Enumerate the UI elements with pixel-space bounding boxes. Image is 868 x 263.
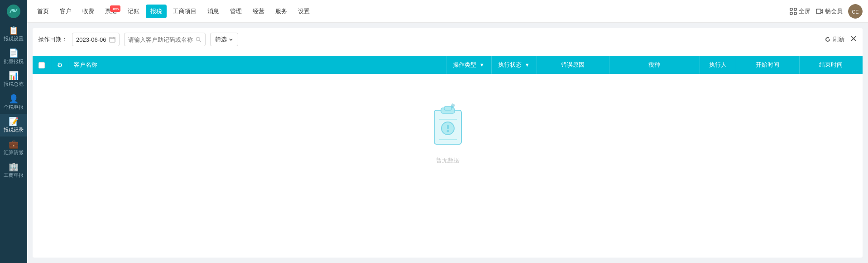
- date-value: 2023-06-06: [76, 36, 106, 43]
- filter-exec-status-icon[interactable]: ▼: [525, 62, 530, 68]
- main-area: 首页客户收费票据new记账报税工商项目消息管理经营服务设置 全屏 畅会员: [27, 0, 868, 263]
- sidebar-label-4: 报税记录: [4, 127, 24, 133]
- nav-item-0[interactable]: 首页: [33, 5, 53, 18]
- sidebar-icon-5: 💼: [9, 140, 19, 148]
- topnav-right: 全屏 畅会员 CE: [790, 4, 863, 19]
- sidebar-item-1[interactable]: 📄 批量报税: [0, 45, 27, 68]
- settings-icon[interactable]: ⚙: [57, 61, 63, 68]
- sidebar-label-3: 个税申报: [4, 104, 24, 110]
- top-navbar: 首页客户收费票据new记账报税工商项目消息管理经营服务设置 全屏 畅会员: [27, 0, 868, 23]
- sidebar-icon-6: 🏢: [9, 163, 19, 171]
- nav-item-8[interactable]: 管理: [225, 5, 246, 18]
- nav-item-9[interactable]: 经营: [248, 5, 269, 18]
- svg-point-13: [196, 37, 200, 41]
- nav-item-2[interactable]: 收费: [78, 5, 99, 18]
- th-tax-type: 税种: [609, 56, 700, 74]
- th-start-time: 开始时间: [736, 56, 799, 74]
- sidebar-icon-3: 👤: [9, 95, 19, 103]
- nav-badge-3: new: [110, 5, 120, 12]
- empty-illustration: [425, 101, 470, 151]
- sidebar-item-5[interactable]: 💼 汇算清缴: [0, 136, 27, 159]
- sidebar-item-4[interactable]: 📝 报税记录: [0, 114, 27, 136]
- svg-line-14: [200, 40, 201, 42]
- sidebar-label-2: 报税总览: [4, 81, 24, 87]
- svg-rect-4: [790, 12, 792, 15]
- sidebar-item-6[interactable]: 🏢 工商年报: [0, 159, 27, 182]
- nav-items: 首页客户收费票据new记账报税工商项目消息管理经营服务设置: [33, 5, 790, 18]
- filter-op-type-icon[interactable]: ▼: [480, 62, 484, 68]
- sidebar: 📋 报税设置 📄 批量报税 📊 报税总览 👤 个税申报 📝 报税记录 💼 汇算清…: [0, 0, 27, 263]
- sidebar-item-3[interactable]: 👤 个税申报: [0, 91, 27, 114]
- member-label: 畅会员: [825, 7, 843, 15]
- sidebar-icon-2: 📊: [9, 72, 19, 80]
- sidebar-icon-0: 📋: [9, 26, 19, 34]
- th-client-name: 客户名称: [69, 56, 446, 74]
- refresh-button[interactable]: 刷新: [825, 35, 844, 44]
- th-checkbox: [33, 56, 51, 74]
- select-all-checkbox[interactable]: [38, 62, 45, 68]
- nav-item-5[interactable]: 报税: [146, 5, 167, 18]
- avatar[interactable]: CE: [848, 4, 863, 19]
- col-tax-type: 税种: [648, 61, 660, 68]
- svg-rect-2: [790, 8, 792, 10]
- col-op-type: 操作类型: [453, 61, 476, 68]
- sidebar-label-0: 报税设置: [4, 36, 24, 42]
- nav-item-6[interactable]: 工商项目: [168, 5, 201, 18]
- nav-item-4[interactable]: 记账: [123, 5, 144, 18]
- date-picker[interactable]: 2023-06-06: [72, 33, 120, 46]
- sidebar-item-0[interactable]: 📋 报税设置: [0, 23, 27, 45]
- sidebar-icon-4: 📝: [9, 117, 19, 126]
- th-settings: ⚙: [51, 56, 69, 74]
- svg-rect-5: [794, 12, 796, 15]
- sidebar-icon-1: 📄: [9, 49, 19, 57]
- video-icon: [816, 8, 823, 15]
- sidebar-item-2[interactable]: 📊 报税总览: [0, 68, 27, 91]
- content-inner: 操作日期： 2023-06-06: [27, 23, 868, 263]
- filter-button[interactable]: 筛选: [210, 33, 238, 46]
- search-input[interactable]: [128, 36, 193, 43]
- refresh-label: 刷新: [833, 35, 844, 44]
- empty-state: 暂无数据: [33, 74, 863, 192]
- col-error-reason: 错误原因: [561, 61, 585, 68]
- col-exec-status: 执行状态: [498, 61, 522, 68]
- records-table: ⚙ 客户名称 操作类型 ▼ 执行状态: [33, 56, 863, 192]
- table-container: ⚙ 客户名称 操作类型 ▼ 执行状态: [33, 56, 863, 258]
- sidebar-label-5: 汇算清缴: [4, 150, 24, 156]
- member-button[interactable]: 畅会员: [816, 7, 843, 15]
- svg-text:CE: CE: [852, 9, 858, 15]
- calendar-icon: [109, 36, 115, 43]
- col-client-name: 客户名称: [74, 61, 97, 68]
- empty-text: 暂无数据: [436, 156, 460, 165]
- search-box[interactable]: [124, 33, 206, 46]
- toolbar: 操作日期： 2023-06-06: [33, 28, 863, 51]
- sidebar-label-1: 批量报税: [4, 58, 24, 64]
- nav-item-10[interactable]: 服务: [271, 5, 292, 18]
- chevron-down-icon: [229, 37, 233, 42]
- search-icon: [196, 36, 201, 43]
- fullscreen-label: 全屏: [799, 7, 810, 15]
- nav-item-3[interactable]: 票据new: [101, 5, 121, 18]
- col-start-time: 开始时间: [756, 61, 779, 68]
- col-executor: 执行人: [709, 61, 727, 68]
- svg-rect-24: [447, 125, 449, 129]
- content-area: 操作日期： 2023-06-06: [27, 23, 868, 263]
- svg-rect-9: [110, 37, 115, 42]
- close-icon: [850, 35, 857, 42]
- svg-rect-3: [794, 8, 796, 10]
- col-end-time: 结束时间: [819, 61, 843, 68]
- refresh-icon: [825, 36, 831, 43]
- toolbar-right: 刷新: [825, 35, 857, 44]
- nav-item-11[interactable]: 设置: [293, 5, 314, 18]
- nav-item-1[interactable]: 客户: [55, 5, 76, 18]
- th-error-reason: 错误原因: [537, 56, 609, 74]
- svg-rect-6: [816, 9, 821, 14]
- filter-label: 筛选: [215, 35, 227, 44]
- th-end-time: 结束时间: [799, 56, 863, 74]
- fullscreen-button[interactable]: 全屏: [790, 7, 810, 15]
- sidebar-label-6: 工商年报: [4, 172, 24, 178]
- nav-item-7[interactable]: 消息: [203, 5, 224, 18]
- date-label: 操作日期：: [38, 35, 67, 44]
- th-exec-status: 执行状态 ▼: [491, 56, 537, 74]
- close-button[interactable]: [850, 35, 857, 44]
- th-executor: 执行人: [700, 56, 736, 74]
